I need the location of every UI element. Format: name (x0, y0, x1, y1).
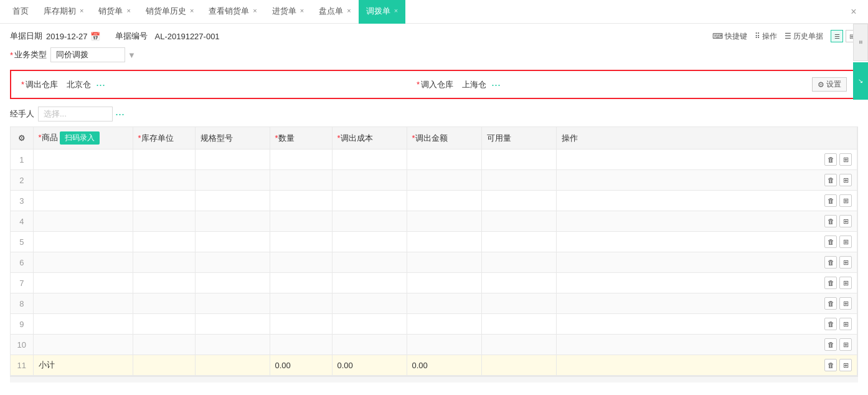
tab-close-inventory-init[interactable]: × (80, 7, 83, 14)
copy-row-button[interactable]: ⊞ (839, 174, 852, 186)
unit-cell[interactable] (133, 355, 195, 376)
spec-cell[interactable] (195, 150, 270, 170)
tab-transfer[interactable]: 调拨单 × (359, 0, 405, 24)
amount-cell[interactable] (407, 170, 481, 191)
amount-cell[interactable] (407, 293, 481, 314)
cost-cell[interactable] (332, 293, 407, 314)
qty-cell[interactable] (270, 314, 332, 335)
handler-more-btn[interactable]: ··· (115, 108, 125, 120)
avail-cell[interactable] (481, 335, 556, 355)
out-warehouse-more-btn[interactable]: ··· (96, 79, 105, 90)
tab-sales-history[interactable]: 销货单历史 × (138, 0, 201, 24)
qty-cell[interactable] (270, 232, 332, 252)
goods-cell[interactable] (33, 335, 133, 355)
delete-row-button[interactable]: 🗑 (824, 359, 837, 371)
qty-cell[interactable] (270, 191, 332, 211)
delete-row-button[interactable]: 🗑 (824, 153, 837, 166)
unit-cell[interactable] (133, 191, 195, 211)
amount-cell[interactable] (407, 211, 481, 232)
scan-button[interactable]: 扫码录入 (60, 131, 100, 145)
amount-cell[interactable] (407, 191, 481, 211)
delete-row-button[interactable]: 🗑 (824, 277, 837, 289)
cost-cell[interactable] (332, 211, 407, 232)
qty-cell[interactable] (270, 335, 332, 355)
copy-row-button[interactable]: ⊞ (839, 153, 852, 166)
goods-cell[interactable] (33, 211, 133, 232)
side-list-btn[interactable]: ≡ (853, 24, 868, 61)
goods-cell[interactable] (33, 293, 133, 314)
delete-row-button[interactable]: 🗑 (824, 318, 837, 330)
copy-row-button[interactable]: ⊞ (839, 236, 852, 248)
avail-cell[interactable] (481, 273, 556, 293)
window-close-button[interactable]: × (844, 2, 863, 21)
tab-purchase[interactable]: 进货单 × (265, 0, 311, 24)
avail-cell[interactable] (481, 355, 556, 376)
amount-cell[interactable] (407, 314, 481, 335)
spec-cell[interactable] (195, 314, 270, 335)
unit-cell[interactable] (133, 273, 195, 293)
ops-btn[interactable]: ⠿ 操作 (755, 31, 777, 42)
amount-cell[interactable] (407, 252, 481, 273)
tab-inventory-init[interactable]: 库存期初 × (36, 0, 91, 24)
cost-cell[interactable] (332, 232, 407, 252)
tab-close-view-sales[interactable]: × (253, 7, 257, 14)
amount-cell[interactable] (407, 335, 481, 355)
in-warehouse-more-btn[interactable]: ··· (491, 79, 501, 90)
amount-cell[interactable] (407, 150, 481, 170)
table-gear-icon[interactable]: ⚙ (18, 133, 26, 143)
horizontal-scrollbar[interactable] (10, 376, 858, 383)
cost-cell[interactable] (332, 191, 407, 211)
tab-close-purchase[interactable]: × (300, 7, 304, 14)
spec-cell[interactable] (195, 170, 270, 191)
tab-home[interactable]: 首页 (5, 0, 36, 24)
qty-cell[interactable] (270, 293, 332, 314)
cost-cell[interactable] (332, 314, 407, 335)
spec-cell[interactable] (195, 191, 270, 211)
qty-cell[interactable]: 0.00 (270, 355, 332, 376)
cost-cell[interactable] (332, 150, 407, 170)
amount-cell[interactable]: 0.00 (407, 355, 481, 376)
delete-row-button[interactable]: 🗑 (824, 236, 837, 248)
tab-close-transfer[interactable]: × (394, 7, 398, 14)
delete-row-button[interactable]: 🗑 (824, 338, 837, 351)
goods-cell[interactable] (33, 314, 133, 335)
goods-cell[interactable] (33, 170, 133, 191)
delete-row-button[interactable]: 🗑 (824, 174, 837, 186)
cost-cell[interactable] (332, 273, 407, 293)
avail-cell[interactable] (481, 252, 556, 273)
tab-close-sales-history[interactable]: × (190, 7, 194, 14)
shortcut-btn[interactable]: ⌨ 快捷键 (712, 31, 747, 42)
amount-cell[interactable] (407, 232, 481, 252)
goods-cell[interactable] (33, 232, 133, 252)
copy-row-button[interactable]: ⊞ (839, 194, 852, 207)
layout-list-icon[interactable]: ☰ (831, 30, 843, 42)
copy-row-button[interactable]: ⊞ (839, 318, 852, 330)
biz-dropdown-icon[interactable]: ▼ (128, 50, 136, 60)
unit-cell[interactable] (133, 150, 195, 170)
avail-cell[interactable] (481, 150, 556, 170)
calendar-icon[interactable]: 📅 (90, 32, 100, 41)
biz-value[interactable]: 同价调拨 (50, 47, 125, 62)
qty-cell[interactable] (270, 252, 332, 273)
tab-inventory-check[interactable]: 盘点单 × (311, 0, 358, 24)
settings-button[interactable]: ⚙ 设置 (812, 77, 847, 92)
goods-cell[interactable] (33, 191, 133, 211)
copy-row-button[interactable]: ⊞ (839, 338, 852, 351)
unit-cell[interactable] (133, 314, 195, 335)
avail-cell[interactable] (481, 191, 556, 211)
unit-cell[interactable] (133, 211, 195, 232)
avail-cell[interactable] (481, 211, 556, 232)
tab-sales-order[interactable]: 销货单 × (91, 0, 138, 24)
avail-cell[interactable] (481, 293, 556, 314)
copy-row-button[interactable]: ⊞ (839, 215, 852, 227)
history-btn[interactable]: ☰ 历史单据 (785, 31, 823, 42)
qty-cell[interactable] (270, 273, 332, 293)
copy-row-button[interactable]: ⊞ (839, 277, 852, 289)
copy-row-button[interactable]: ⊞ (839, 256, 852, 269)
qty-cell[interactable] (270, 150, 332, 170)
spec-cell[interactable] (195, 252, 270, 273)
avail-cell[interactable] (481, 232, 556, 252)
unit-cell[interactable] (133, 170, 195, 191)
copy-row-button[interactable]: ⊞ (839, 359, 852, 371)
tab-close-inventory-check[interactable]: × (347, 7, 351, 14)
